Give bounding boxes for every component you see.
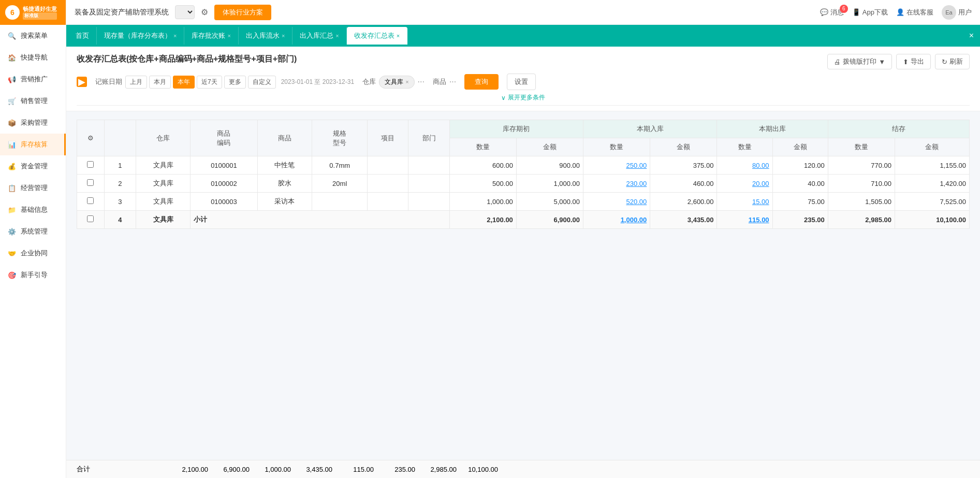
date-btn-this-month[interactable]: 本月 [149,76,171,89]
sidebar-item-collab[interactable]: 🤝 企业协同 [0,242,66,264]
subtotal-in-qty[interactable]: 1,000.00 [583,211,650,229]
date-btn-this-year[interactable]: 本年 [173,76,195,89]
notification-item[interactable]: 💬 消息 6 [820,8,844,17]
sales-icon: 🛒 [7,96,17,106]
user-item[interactable]: Ea 用户 [942,5,972,20]
collapse-button[interactable]: ▶ [77,77,87,87]
sidebar-item-search[interactable]: 🔍 搜索菜单 [0,25,66,47]
row3-in-qty[interactable]: 520.00 [583,193,650,211]
refresh-button[interactable]: ↻ 刷新 [935,54,970,69]
settings-col-header[interactable]: ⚙ [77,120,105,156]
row2-dept [408,175,449,193]
warehouse-tag-value: 文具库 [385,78,403,86]
date-btn-7days[interactable]: 近7天 [197,76,222,89]
sidebar-item-label: 企业协同 [21,249,48,258]
row1-checkbox[interactable] [77,156,105,175]
sidebar-item-marketing[interactable]: 📢 营销推广 [0,68,66,90]
sidebar-item-operations[interactable]: 📋 经营管理 [0,177,66,199]
tab-recv-send[interactable]: 收发存汇总表 × [347,27,407,45]
subtotal-label: 小计 [191,211,449,229]
footer-opening-qty: 2,100.00 [170,466,211,473]
tab-close-icon[interactable]: × [282,33,285,39]
footer-out-amt: 235.00 [377,466,418,473]
subtotal-warehouse: 文具库 [136,211,191,229]
tab-close-icon[interactable]: × [173,33,177,39]
date-filter-label: 记账日期 [95,77,122,86]
system-select[interactable] [175,5,195,19]
row3-seq: 3 [104,193,136,211]
row3-dept [408,193,449,211]
goods-label: 商品 [433,77,446,86]
tabbar-close-button[interactable]: × [965,31,978,40]
row1-out-qty[interactable]: 80.00 [717,156,772,175]
query-button[interactable]: 查询 [464,74,499,90]
tab-home-label: 首页 [76,31,89,40]
date-range: 2023-01-01 至 2023-12-31 [281,78,354,86]
export-button[interactable]: ⬆ 导出 [896,54,931,69]
row3-closing-amt: 7,525.00 [895,193,969,211]
tab-flow[interactable]: 出入库流水 × [239,27,292,45]
tab-batch[interactable]: 库存批次账 × [184,27,238,45]
date-btn-custom[interactable]: 自定义 [248,76,276,89]
row3-closing-qty: 1,505.00 [828,193,895,211]
row2-checkbox[interactable] [77,175,105,193]
date-btn-more[interactable]: 更多 [224,76,246,89]
refresh-icon: ↻ [942,58,947,66]
row2-in-qty[interactable]: 230.00 [583,175,650,193]
inventory-icon: 📊 [7,140,17,149]
footer-values: 2,100.00 6,900.00 1,000.00 3,435.00 115.… [170,466,970,473]
subtotal-checkbox[interactable] [77,211,105,229]
closing-qty-header: 数量 [828,138,895,156]
row2-in-amt: 460.00 [650,175,717,193]
row2-out-qty[interactable]: 20.00 [717,175,772,193]
row2-seq: 2 [104,175,136,193]
online-service-item[interactable]: 👤 在线客服 [896,8,933,17]
footer-closing-amt: 10,100.00 [460,466,501,473]
trial-button[interactable]: 体验行业方案 [214,5,271,20]
tab-stock-dist[interactable]: 现存量（库存分布表） × [97,27,184,45]
row3-out-qty[interactable]: 15.00 [717,193,772,211]
tab-close-icon[interactable]: × [227,33,230,39]
row3-checkbox[interactable] [77,193,105,211]
row2-out-amt: 40.00 [772,175,828,193]
subtotal-out-qty[interactable]: 115.00 [717,211,772,229]
warehouse-tag[interactable]: 文具库 × [379,76,414,89]
row2-spec: 20ml [312,175,368,193]
sidebar-item-quick-nav[interactable]: 🏠 快捷导航 [0,47,66,68]
gear-icon[interactable]: ⚙ [201,7,208,17]
sidebar-item-sales[interactable]: 🛒 销售管理 [0,90,66,112]
app-download-item[interactable]: 📱 App下载 [852,8,888,17]
spec-col-header: 规格型号 [312,120,368,156]
date-filter: 记账日期 上月 本月 本年 近7天 更多 自定义 2023-01-01 至 20… [95,76,354,89]
tab-close-active-icon[interactable]: × [397,33,400,39]
warehouse-tag-close[interactable]: × [405,79,408,85]
tab-summary-label: 出入库汇总 [300,31,333,40]
tab-batch-label: 库存批次账 [192,31,225,40]
tab-summary[interactable]: 出入库汇总 × [292,27,346,45]
row3-in-amt: 2,600.00 [650,193,717,211]
sidebar-item-inventory[interactable]: 📊 库存核算 [0,134,66,155]
row1-name: 中性笔 [257,156,312,175]
service-icon: 👤 [896,8,904,16]
sidebar-item-system[interactable]: ⚙️ 系统管理 [0,221,66,242]
tab-close-icon[interactable]: × [335,33,339,39]
print-button[interactable]: 🖨 拨镜版打印 ▼ [827,54,892,69]
set-button[interactable]: 设置 [507,74,536,90]
sidebar-item-base[interactable]: 📁 基础信息 [0,199,66,221]
footer-bar: 合计 2,100.00 6,900.00 1,000.00 3,435.00 1… [66,460,980,478]
warehouse-more-dots[interactable]: ··· [418,77,425,86]
sidebar-item-guide[interactable]: 🎯 新手引导 [0,264,66,286]
row1-seq: 1 [104,156,136,175]
operations-icon: 📋 [7,183,17,193]
sidebar-item-finance[interactable]: 💰 资金管理 [0,155,66,177]
row1-in-qty[interactable]: 250.00 [583,156,650,175]
sidebar-item-purchase[interactable]: 📦 采购管理 [0,112,66,134]
topbar-left: 装备及固定资产辅助管理系统 ⚙ 体验行业方案 [75,5,271,20]
tab-home[interactable]: 首页 [68,27,97,45]
goods-more-dots[interactable]: ··· [449,77,456,86]
date-btn-last-month[interactable]: 上月 [125,76,147,89]
base-icon: 📁 [7,205,17,214]
sidebar: 6 畅捷通好生意 标准版 🔍 搜索菜单 🏠 快捷导航 📢 营销推广 🛒 销售管理… [0,0,66,478]
expand-more-button[interactable]: ∨ 展开更多条件 [77,90,970,105]
tab-recv-send-label: 收发存汇总表 [354,31,394,40]
